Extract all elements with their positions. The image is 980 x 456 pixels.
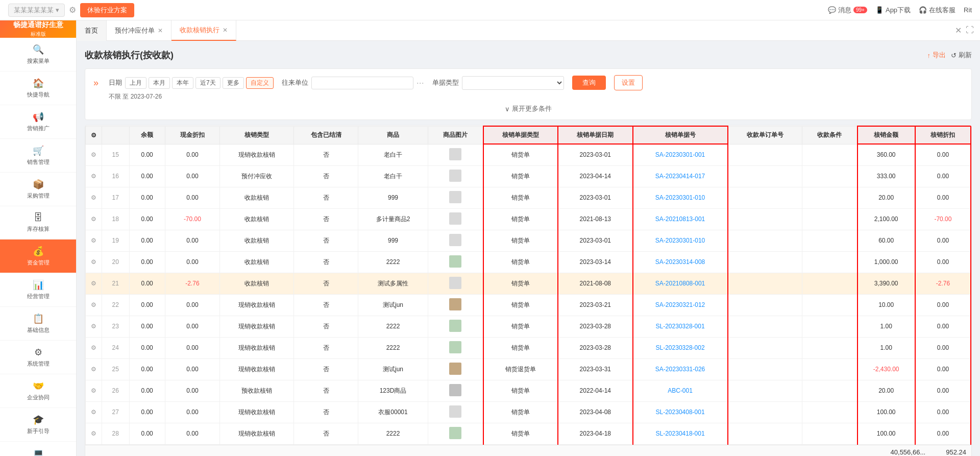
row-voucher-no[interactable]: ABC-001 — [633, 380, 728, 401]
sidebar-item-nav[interactable]: 🏠 快捷导航 — [0, 71, 76, 105]
row-voucher-no[interactable]: SA-20230301-010 — [633, 230, 728, 251]
table-footer: 40,556,66... 952.24 — [85, 445, 971, 457]
row-goods: 多计量商品2 — [358, 208, 428, 230]
row-settings[interactable]: ⚙ — [86, 380, 102, 401]
row-cash-discount: 0.00 — [165, 144, 220, 165]
row-voucher-no[interactable]: SA-20230301-001 — [633, 144, 728, 165]
row-settings[interactable]: ⚙ — [86, 358, 102, 380]
row-discount: 0.00 — [915, 316, 971, 337]
row-balance: 0.00 — [129, 230, 165, 251]
row-receipt-condition — [802, 187, 857, 208]
company-selector[interactable]: 某某某某某某 ▾ — [8, 4, 65, 17]
row-receipt-order — [728, 294, 802, 316]
online-service-button[interactable]: 🎧 在线客服 — [919, 6, 955, 15]
date-btn-last-month[interactable]: 上月 — [125, 77, 146, 89]
row-amount: 1.00 — [857, 337, 915, 358]
row-voucher-no[interactable]: SL-20230328-002 — [633, 337, 728, 358]
date-btn-this-year[interactable]: 本年 — [172, 77, 193, 89]
row-balance: 0.00 — [129, 165, 165, 187]
row-settings[interactable]: ⚙ — [86, 230, 102, 251]
row-type: 现销收款核销 — [220, 144, 294, 165]
sidebar-label: 采购管理 — [27, 192, 50, 200]
row-voucher-no[interactable]: SA-20230414-017 — [633, 165, 728, 187]
app-download-button[interactable]: 📱 App下载 — [875, 6, 911, 15]
filter-row: » 日期 上月 本月 本年 近7天 更多 自定义 往来单位 — [93, 75, 963, 90]
row-settings[interactable]: ⚙ — [86, 423, 102, 444]
row-voucher-no[interactable]: SA-20210808-001 — [633, 273, 728, 294]
row-settings[interactable]: ⚙ — [86, 273, 102, 294]
export-button[interactable]: ↑ 导出 — [927, 51, 946, 60]
sidebar-item-search[interactable]: 🔍 搜索菜单 — [0, 38, 76, 71]
refresh-button[interactable]: ↺ 刷新 — [951, 51, 972, 60]
row-voucher-no[interactable]: SA-20210813-001 — [633, 208, 728, 230]
sidebar-item-guide[interactable]: 🎓 新手引导 — [0, 408, 76, 442]
date-btn-custom[interactable]: 自定义 — [246, 77, 274, 89]
row-settings[interactable]: ⚙ — [86, 187, 102, 208]
row-voucher-no[interactable]: SL-20230328-001 — [633, 316, 728, 337]
tab-receipt[interactable]: 收款核销执行 ✕ — [172, 20, 236, 41]
row-settings[interactable]: ⚙ — [86, 316, 102, 337]
row-settings[interactable]: ⚙ — [86, 337, 102, 358]
table-settings-button[interactable]: 设置 — [614, 75, 643, 90]
tab-receipt-close[interactable]: ✕ — [223, 27, 228, 34]
query-button[interactable]: 查询 — [572, 76, 606, 90]
date-btn-more[interactable]: 更多 — [223, 77, 244, 89]
sidebar-item-hardware[interactable]: 💻 智能硬件 — [0, 442, 76, 456]
tab-home[interactable]: 首页 — [77, 20, 107, 41]
sidebar-item-basic-info[interactable]: 📋 基础信息 — [0, 307, 76, 341]
row-goods: 衣服00001 — [358, 401, 428, 423]
tab-bar: 首页 预付冲应付单 ✕ 收款核销执行 ✕ ✕ ⛶ — [77, 20, 980, 41]
row-cash-discount: 0.00 — [165, 187, 220, 208]
sidebar-item-marketing[interactable]: 📢 营销推广 — [0, 105, 76, 139]
sidebar-item-operations[interactable]: 📊 经营管理 — [0, 273, 76, 307]
tab-bar-right: ✕ ⛶ — [955, 26, 980, 35]
expand-conditions[interactable]: ∨ 展开更多条件 — [93, 104, 963, 113]
row-voucher-no[interactable]: SL-20230408-001 — [633, 401, 728, 423]
sidebar-label: 系统管理 — [27, 360, 50, 368]
sidebar-item-finance[interactable]: 💰 资金管理 — [0, 239, 76, 273]
row-discount: 0.00 — [915, 187, 971, 208]
row-goods: 测试jun — [358, 358, 428, 380]
sidebar-item-purchase[interactable]: 📦 采购管理 — [0, 173, 76, 206]
search-icon: 🔍 — [33, 44, 44, 55]
settings-icon[interactable]: ⚙ — [69, 5, 76, 15]
close-window-icon[interactable]: ✕ — [955, 26, 962, 35]
row-goods: 老白干 — [358, 144, 428, 165]
row-voucher-no[interactable]: SA-20230314-008 — [633, 251, 728, 273]
row-settings[interactable]: ⚙ — [86, 144, 102, 165]
tab-prepayment-close[interactable]: ✕ — [158, 27, 163, 34]
table-row: ⚙24 0.00 0.00 现销收款核销 否 2222 销货单 2023-03-… — [86, 337, 971, 358]
sidebar-item-system[interactable]: ⚙ 系统管理 — [0, 341, 76, 374]
filter-toggle[interactable]: » — [93, 78, 99, 88]
user-info[interactable]: Rit — [964, 6, 972, 14]
row-settings[interactable]: ⚙ — [86, 208, 102, 230]
date-btn-this-month[interactable]: 本月 — [149, 77, 170, 89]
row-voucher-no[interactable]: SA-20230331-026 — [633, 358, 728, 380]
row-id: 28 — [102, 423, 130, 444]
sidebar-item-inventory[interactable]: 🗄 库存核算 — [0, 206, 76, 239]
maximize-icon[interactable]: ⛶ — [966, 26, 974, 35]
sidebar-item-collab[interactable]: 🤝 企业协同 — [0, 374, 76, 408]
counterparty-input[interactable] — [311, 77, 413, 89]
industry-button[interactable]: 休验行业方案 — [80, 3, 134, 17]
row-voucher-no[interactable]: SA-20230301-010 — [633, 187, 728, 208]
notification-button[interactable]: 💬 消息 99+ — [828, 6, 867, 15]
row-settings[interactable]: ⚙ — [86, 251, 102, 273]
date-btn-7days[interactable]: 近7天 — [195, 77, 220, 89]
sidebar-label: 新手引导 — [27, 427, 50, 435]
row-settings[interactable]: ⚙ — [86, 165, 102, 187]
tab-prepayment[interactable]: 预付冲应付单 ✕ — [107, 20, 172, 41]
row-receipt-condition — [802, 316, 857, 337]
scroll-area[interactable]: ⚙ 余额 现金折扣 核销类型 包含已结清 商品 商品图片 核销单据类型 核销单据… — [85, 126, 971, 445]
row-balance: 0.00 — [129, 208, 165, 230]
row-discount: 0.00 — [915, 165, 971, 187]
row-settings[interactable]: ⚙ — [86, 401, 102, 423]
row-voucher-no[interactable]: SL-20230418-001 — [633, 423, 728, 444]
col-header-number — [102, 126, 130, 144]
row-voucher-no[interactable]: SA-20230321-012 — [633, 294, 728, 316]
sidebar-label: 基础信息 — [27, 326, 50, 334]
voucher-type-select[interactable] — [462, 76, 564, 90]
sidebar-item-sales[interactable]: 🛒 销售管理 — [0, 139, 76, 173]
guide-icon: 🎓 — [33, 414, 44, 425]
row-settings[interactable]: ⚙ — [86, 294, 102, 316]
